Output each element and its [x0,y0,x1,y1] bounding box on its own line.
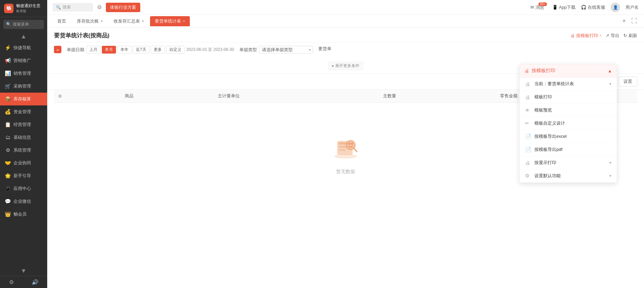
sidebar-search[interactable]: 🔍 搜索菜单 [3,20,44,29]
date-btn-last-7[interactable]: 近7天 [133,46,149,54]
logo-icon: 畅 [4,4,13,13]
online-service-label: 在线客服 [588,4,605,10]
dropdown-template-custom[interactable]: ✏ 模板自定义设计 [520,117,617,130]
export-icon: ↗ [606,33,609,38]
username: 用户名 [625,4,639,10]
sidebar-item-label: 系统管理 [13,147,31,153]
sidebar-item-quick-nav[interactable]: ⚡ 快捷导航 [0,41,47,54]
tab-close-all-btn[interactable]: × [621,17,627,25]
dropdown-current-item[interactable]: 🖨 当前：要货单统计表 ▾ [520,77,617,91]
sidebar-item-finance[interactable]: 💰 资金管理 [0,105,47,118]
filter-date-group: 单据日期 上月 本月 本年 近7天 更多 自定义 2023-06-01 至 20… [67,46,234,54]
order-type-select[interactable]: 请选择单据类型 要货单 [259,46,313,54]
sidebar-scroll-down[interactable]: ▼ [0,266,47,276]
date-btn-last-month[interactable]: 上月 [86,46,100,54]
page-title: 要货单统计表(按商品) [54,32,109,39]
refresh-btn[interactable]: ↻ 刷新 [623,33,637,39]
sidebar-item-inventory[interactable]: 📦 库存核算 [0,93,47,105]
expand-btn[interactable]: ▾ 展开更多条件 [328,62,363,70]
dropdown-current-arrow: ▾ [609,82,611,86]
date-btn-custom[interactable]: 自定义 [166,46,184,54]
sidebar-item-marketing[interactable]: 📢 营销推广 [0,54,47,67]
message-icon: ✉ [530,5,534,10]
filter-toggle-btn[interactable]: » [54,46,61,53]
tab-close-order[interactable]: × [183,19,185,24]
sidebar-item-guide[interactable]: 🌟 新手引导 [0,169,47,182]
table-col-gear[interactable]: ⚙ [54,90,121,103]
printer-icon: 🖨 [570,33,575,38]
purchase-icon: 🛒 [5,83,11,89]
sidebar-item-wechat[interactable]: 💬 企业微信 [0,195,47,208]
dropdown-template-export-pdf[interactable]: 📄 按模板导出pdf [520,143,617,156]
marketing-icon: 📢 [5,58,11,64]
print-template-label: 按模板打印 [576,33,598,39]
sidebar-item-collab[interactable]: 🤝 企业协同 [0,157,47,169]
template-excel-label: 按模板导出excel [534,133,566,139]
experience-btn[interactable]: 体验行业方案 [106,3,140,12]
sidebar-scroll-up[interactable]: ▲ [0,32,47,41]
dropdown-printer-icon: 🖨 [524,68,529,73]
date-btn-this-month[interactable]: 本月 [102,46,116,54]
messages-badge: 99+ [538,2,547,6]
tab-order-stats[interactable]: 要货单统计表 × [150,16,190,26]
tab-home-label: 首页 [57,18,66,24]
table-col-unit: 主计量单位 [214,90,379,103]
date-range: 2023-06-01 至 2023-06-30 [186,47,234,53]
page-header-actions: 🖨 按模板打印 ↑ ↗ 导出 ↻ 刷新 [570,33,638,39]
expand-icon: ▾ [332,64,334,68]
settings-btn[interactable]: 设置 [618,76,637,87]
svg-rect-4 [339,149,346,151]
sidebar-item-label: 新手引导 [13,173,31,179]
tab-maximize-btn[interactable]: ⛶ [630,17,639,25]
date-btn-more[interactable]: 更多 [151,46,165,54]
topbar: 🔍 搜索 ⚙ 体验行业方案 ✉ 消息 99+ 📱 App下载 🎧 在线客服 👤 … [47,0,644,15]
print-template-btn[interactable]: 🖨 按模板打印 ↑ [570,33,602,39]
sidebar-item-label: 营销推广 [13,58,31,64]
tab-close-batch[interactable]: × [100,19,103,24]
topbar-right: ✉ 消息 99+ 📱 App下载 🎧 在线客服 👤 用户名 [530,3,639,12]
dropdown-header[interactable]: 🖨 按模板打印 ▲ [520,64,617,77]
sidebar-item-label: 采购管理 [13,83,31,89]
topbar-search[interactable]: 🔍 搜索 [53,3,93,11]
sidebar-item-system[interactable]: ⚙ 系统管理 [0,144,47,157]
avatar[interactable]: 👤 [611,3,620,12]
dropdown-header-left: 🖨 按模板打印 [524,68,555,74]
sidebar-item-operations[interactable]: 📋 经营管理 [0,118,47,131]
tab-batch-account[interactable]: 库存批次账 × [72,16,108,26]
table-col-goods: 商品 [121,90,213,103]
template-preview-label: 模板预览 [534,107,552,113]
order-type-select-wrapper: 请选择单据类型 要货单 [259,46,313,54]
dropdown-close-icon[interactable]: ▲ [608,68,612,73]
template-print-label: 模板打印 [534,94,552,100]
export-btn[interactable]: ↗ 导出 [606,33,619,39]
tab-receipt-summary[interactable]: 收发存汇总表 × [109,16,149,26]
headset-icon: 🎧 [581,5,586,10]
dropdown-template-export-excel[interactable]: 📄 按模板导出excel [520,130,617,143]
wechat-icon: 💬 [5,198,11,204]
sidebar: 畅 畅捷通好生意 标准版 🔍 搜索菜单 ▲ ⚡ 快捷导航 📢 营销推广 📊 销售… [0,0,47,288]
empty-text: 暂无数据 [336,169,355,175]
app-download-btn[interactable]: 📱 App下载 [552,4,576,10]
dropdown-default-feature[interactable]: ⚙ 设置默认功能 ▾ [520,169,617,183]
dropdown-display-print[interactable]: 🖨 按显示打印 ▾ [520,156,617,169]
settings-icon[interactable]: ⚙ [9,279,14,285]
tab-close-receipt[interactable]: × [142,19,144,24]
messages-btn[interactable]: ✉ 消息 99+ [530,4,544,10]
page-header: 要货单统计表(按商品) 🖨 按模板打印 ↑ ↗ 导出 ↻ 刷新 [47,28,644,42]
dropdown-template-preview[interactable]: 👁 模板预览 [520,104,617,117]
sidebar-item-sales[interactable]: 📊 销售管理 [0,67,47,80]
tab-home[interactable]: 首页 [53,16,71,26]
sidebar-item-basic[interactable]: 🗂 基础信息 [0,131,47,144]
dropdown-header-label: 按模板打印 [532,68,555,74]
member-icon: 👑 [5,211,11,217]
sound-icon[interactable]: 🔊 [32,279,38,285]
empty-illustration [329,130,362,163]
finance-icon: 💰 [5,109,11,115]
sidebar-item-purchase[interactable]: 🛒 采购管理 [0,80,47,93]
date-btn-this-year[interactable]: 本年 [117,46,131,54]
online-service-btn[interactable]: 🎧 在线客服 [581,4,605,10]
topbar-gear-icon[interactable]: ⚙ [97,4,102,10]
sidebar-item-member[interactable]: 👑 畅会员 [0,208,47,221]
sidebar-item-apps[interactable]: 📱 应用中心 [0,182,47,195]
dropdown-template-print[interactable]: 🖨 模板打印 [520,91,617,104]
